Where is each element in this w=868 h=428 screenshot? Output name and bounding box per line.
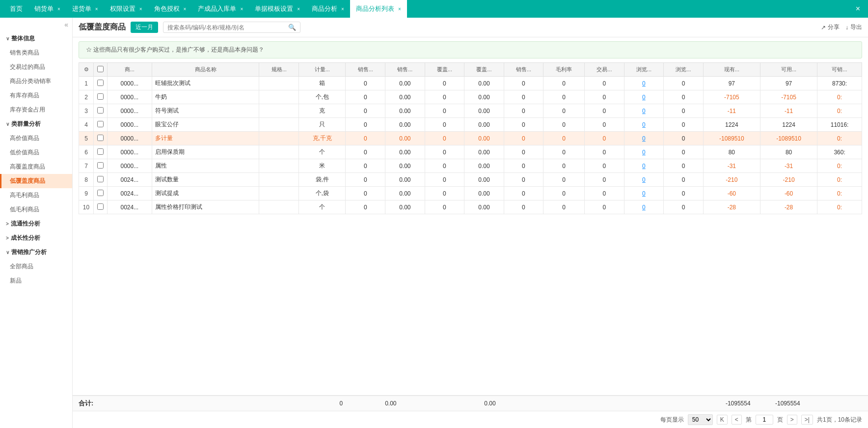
sidebar-item-new-goods[interactable]: 新品: [0, 274, 72, 288]
browse1-link[interactable]: 0: [642, 149, 646, 156]
row-checkbox[interactable]: [94, 118, 108, 132]
sidebar-item-low-margin[interactable]: 低毛利商品: [0, 202, 72, 217]
nav-purchase-close[interactable]: ×: [95, 6, 98, 12]
sidebar-item-high-value[interactable]: 高价值商品: [0, 131, 72, 145]
sidebar-item-traded-goods[interactable]: 交易过的商品: [0, 60, 72, 74]
col-browse1-header: 浏览...: [624, 63, 664, 77]
row-browse1[interactable]: 0: [624, 118, 664, 132]
row-sales3: 0: [504, 200, 543, 214]
nav-sales-close[interactable]: ×: [57, 6, 60, 12]
sidebar-item-high-coverage[interactable]: 高覆盖度商品: [0, 160, 72, 174]
search-input[interactable]: [167, 24, 286, 31]
nav-warehouse[interactable]: 产成品入库单 ×: [192, 0, 249, 18]
row-checkbox[interactable]: [94, 145, 108, 159]
row-sales1: 0: [346, 159, 385, 173]
sidebar-group-overall[interactable]: ∨ 整体信息: [0, 31, 72, 46]
nav-roles-close[interactable]: ×: [184, 6, 187, 12]
sidebar-item-high-margin[interactable]: 高毛利商品: [0, 188, 72, 202]
row-select-checkbox[interactable]: [97, 80, 104, 86]
nav-analysis-list[interactable]: 商品分析列表 ×: [350, 0, 407, 18]
browse1-link[interactable]: 0: [642, 163, 646, 170]
nav-analysis-close[interactable]: ×: [341, 6, 344, 12]
row-checkbox[interactable]: [94, 77, 108, 90]
row-browse1[interactable]: 0: [624, 200, 664, 214]
sidebar-item-stocked-goods[interactable]: 有库存商品: [0, 88, 72, 103]
export-button[interactable]: ↓ 导出: [845, 23, 862, 31]
row-browse1[interactable]: 0: [624, 187, 664, 200]
row-cover1: 0: [425, 118, 464, 132]
row-browse1[interactable]: 0: [624, 159, 664, 173]
sidebar-item-sales-goods[interactable]: 销售类商品: [0, 46, 72, 60]
nav-sales-label: 销货单: [34, 4, 54, 13]
table-footer: 合计: 0 0.00 0.00 -1095554 -1095554: [73, 395, 868, 411]
per-page-select[interactable]: 50 20 100 200: [688, 414, 713, 425]
sidebar-collapse-button[interactable]: «: [0, 18, 72, 31]
first-page-button[interactable]: K: [717, 415, 728, 425]
row-browse1[interactable]: 0: [624, 90, 664, 104]
browse1-link[interactable]: 0: [642, 135, 646, 142]
nav-purchase-label: 进货单: [72, 4, 91, 13]
nav-permissions-close[interactable]: ×: [139, 6, 142, 12]
col-checkbox-header[interactable]: [94, 63, 108, 77]
row-spec: [259, 145, 299, 159]
row-select-checkbox[interactable]: [97, 176, 104, 182]
time-filter-button[interactable]: 近一月: [131, 22, 158, 33]
browse1-link[interactable]: 0: [642, 204, 646, 211]
nav-roles[interactable]: 角色授权 ×: [148, 0, 192, 18]
row-select-checkbox[interactable]: [97, 148, 104, 155]
row-select-checkbox[interactable]: [97, 135, 104, 141]
window-close-button[interactable]: ×: [852, 4, 864, 13]
nav-warehouse-close[interactable]: ×: [240, 6, 243, 12]
sidebar-item-low-value[interactable]: 低价值商品: [0, 145, 72, 160]
nav-purchase[interactable]: 进货单 ×: [66, 0, 104, 18]
row-gross: 0: [543, 200, 585, 214]
row-checkbox[interactable]: [94, 173, 108, 187]
nav-analysis-list-close[interactable]: ×: [398, 6, 401, 12]
row-checkbox[interactable]: [94, 159, 108, 173]
sidebar-group-marketing[interactable]: ∨ 营销推广分析: [0, 245, 72, 259]
sidebar-item-all-goods[interactable]: 全部商品: [0, 259, 72, 274]
nav-templates-close[interactable]: ×: [297, 6, 300, 12]
page-number-input[interactable]: [756, 415, 773, 425]
sidebar-group-growth[interactable]: > 成长性分析: [0, 231, 72, 245]
browse1-link[interactable]: 0: [642, 108, 646, 114]
sidebar-item-low-coverage[interactable]: 低覆盖度商品: [0, 174, 72, 188]
row-checkbox[interactable]: [94, 90, 108, 104]
browse1-link[interactable]: 0: [642, 121, 646, 128]
row-select-checkbox[interactable]: [97, 93, 104, 100]
row-browse1[interactable]: 0: [624, 77, 664, 90]
sidebar-item-stock-capital[interactable]: 库存资金占用: [0, 103, 72, 117]
row-checkbox[interactable]: [94, 187, 108, 200]
col-settings[interactable]: ⚙: [79, 63, 94, 77]
nav-sales[interactable]: 销货单 ×: [28, 0, 66, 18]
row-checkbox[interactable]: [94, 200, 108, 214]
row-select-checkbox[interactable]: [97, 203, 104, 210]
nav-permissions[interactable]: 权限设置 ×: [104, 0, 148, 18]
sidebar-group-cluster[interactable]: ∨ 类群量分析: [0, 117, 72, 131]
sidebar-group-liquidity[interactable]: > 流通性分析: [0, 217, 72, 231]
row-browse2: 0: [664, 187, 704, 200]
prev-page-button[interactable]: <: [732, 415, 742, 425]
row-browse1[interactable]: 0: [624, 173, 664, 187]
sidebar-item-category-rate[interactable]: 商品分类动销率: [0, 74, 72, 88]
row-browse1[interactable]: 0: [624, 104, 664, 118]
row-checkbox[interactable]: [94, 132, 108, 145]
row-select-checkbox[interactable]: [97, 190, 104, 196]
select-all-checkbox[interactable]: [97, 66, 104, 72]
browse1-link[interactable]: 0: [642, 176, 646, 183]
row-select-checkbox[interactable]: [97, 162, 104, 169]
row-select-checkbox[interactable]: [97, 107, 104, 114]
last-page-button[interactable]: >|: [801, 415, 813, 425]
browse1-link[interactable]: 0: [642, 190, 646, 197]
share-button[interactable]: ↗ 分享: [821, 23, 840, 31]
nav-analysis[interactable]: 商品分析 ×: [306, 0, 350, 18]
next-page-button[interactable]: >: [787, 415, 797, 425]
row-select-checkbox[interactable]: [97, 121, 104, 127]
browse1-link[interactable]: 0: [642, 94, 646, 101]
browse1-link[interactable]: 0: [642, 80, 646, 87]
row-browse1[interactable]: 0: [624, 145, 664, 159]
nav-home[interactable]: 首页: [4, 0, 28, 18]
row-checkbox[interactable]: [94, 104, 108, 118]
nav-templates[interactable]: 单据模板设置 ×: [249, 0, 306, 18]
row-browse1[interactable]: 0: [624, 132, 664, 145]
